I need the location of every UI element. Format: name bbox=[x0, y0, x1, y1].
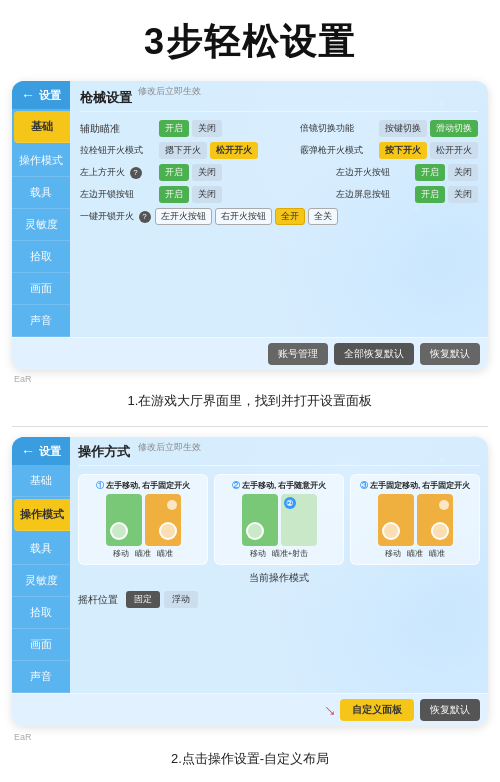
sidebar-item-operation-2[interactable]: 操作模式 bbox=[14, 499, 70, 531]
panel-2: ✦ ✦ ✦ ← 设置 基础 操作模式 载具 灵敏度 拾取 bbox=[12, 437, 488, 726]
back-arrow-icon[interactable]: ← bbox=[21, 87, 35, 103]
info-icon-2: ? bbox=[139, 211, 151, 223]
sidebar-header-1[interactable]: ← 设置 bbox=[12, 81, 70, 109]
sidebar-item-display-2[interactable]: 画面 bbox=[12, 629, 70, 661]
info-icon-1: ? bbox=[130, 167, 142, 179]
label-left-breath: 左边屏息按钮 bbox=[336, 188, 411, 201]
sidebar-title-1: 设置 bbox=[39, 88, 61, 103]
phone-mock-1-right bbox=[145, 494, 181, 546]
btn-restore-2[interactable]: 恢复默认 bbox=[420, 699, 480, 721]
btn-account[interactable]: 账号管理 bbox=[268, 343, 328, 365]
page-title: 3步轻松设置 bbox=[0, 0, 500, 81]
toggle-left-unlock: 开启 关闭 bbox=[159, 186, 222, 203]
btn-bolt-press[interactable]: 摁下开火 bbox=[159, 142, 207, 159]
mode-cards: ① 左手移动, 右手固定开火 移动 瞄准 bbox=[78, 474, 480, 565]
mode-3-body bbox=[355, 494, 475, 546]
back-arrow-2-icon[interactable]: ← bbox=[21, 443, 35, 459]
phone-mock-2-left bbox=[242, 494, 278, 546]
btn-upper-left-on[interactable]: 开启 bbox=[159, 164, 189, 181]
settings-row-4: 左边开锁按钮 开启 关闭 左边屏息按钮 开启 关闭 bbox=[80, 186, 478, 203]
toggle-scope-switch: 按键切换 滑动切换 bbox=[379, 120, 478, 137]
onekey-row: 一键开锁开火 ? 左开火按钮 右开火按钮 全开 全关 bbox=[80, 208, 478, 225]
sidebar-item-operation-1[interactable]: 操作模式 bbox=[12, 145, 70, 177]
sidebar-item-basics-2[interactable]: 基础 bbox=[12, 465, 70, 497]
mode-card-1[interactable]: ① 左手移动, 右手固定开火 移动 瞄准 bbox=[78, 474, 208, 565]
col-left-breath: 左边屏息按钮 开启 关闭 bbox=[281, 186, 478, 203]
main-content-1: 修改后立即生效 枪械设置 辅助瞄准 开启 关闭 倍镜切换功能 按键切换 滑动切换 bbox=[70, 81, 488, 337]
toggle-left-fire-btn: 开启 关闭 bbox=[415, 164, 478, 181]
btn-onekey-all-off[interactable]: 全关 bbox=[308, 208, 338, 225]
toggle-onekey: 左开火按钮 右开火按钮 全开 全关 bbox=[155, 208, 338, 225]
btn-assist-aim-off[interactable]: 关闭 bbox=[192, 120, 222, 137]
btn-restore-all[interactable]: 全部恢复默认 bbox=[334, 343, 414, 365]
btn-customize[interactable]: 自定义面板 bbox=[340, 699, 414, 721]
shoot-btn-3 bbox=[439, 500, 449, 510]
label-assist-aim: 辅助瞄准 bbox=[80, 122, 155, 136]
sidebar-item-sound-1[interactable]: 声音 bbox=[12, 305, 70, 337]
toggle-shotgun: 按下开火 松开开火 bbox=[379, 142, 478, 159]
step1-caption: 1.在游戏大厅界面里，找到并打开设置面板 bbox=[0, 384, 500, 424]
btn-left-fire-off[interactable]: 关闭 bbox=[448, 164, 478, 181]
step2-caption: 2.点击操作设置-自定义布局 bbox=[0, 742, 500, 782]
phone-mock-1-left bbox=[106, 494, 142, 546]
sidebar-item-sensitivity-2[interactable]: 灵敏度 bbox=[12, 565, 70, 597]
joystick-row: 摇杆位置 固定 浮动 bbox=[78, 591, 480, 608]
btn-shotgun-press[interactable]: 按下开火 bbox=[379, 142, 427, 159]
btn-scope-key[interactable]: 按键切换 bbox=[379, 120, 427, 137]
btn-left-unlock-on[interactable]: 开启 bbox=[159, 186, 189, 203]
joystick-3-left bbox=[382, 522, 400, 540]
btn-left-breath-off[interactable]: 关闭 bbox=[448, 186, 478, 203]
btn-left-breath-on[interactable]: 开启 bbox=[415, 186, 445, 203]
btn-left-fire-on[interactable]: 开启 bbox=[415, 164, 445, 181]
sidebar-item-pickup-2[interactable]: 拾取 bbox=[12, 597, 70, 629]
btn-onekey-left[interactable]: 左开火按钮 bbox=[155, 208, 212, 225]
btn-joystick-float[interactable]: 浮动 bbox=[164, 591, 198, 608]
settings-row-3: 左上方开火 ? 开启 关闭 左边开火按钮 开启 关闭 bbox=[80, 164, 478, 181]
btn-scope-slide[interactable]: 滑动切换 bbox=[430, 120, 478, 137]
joystick-2-left bbox=[246, 522, 264, 540]
btn-left-unlock-off[interactable]: 关闭 bbox=[192, 186, 222, 203]
panel-1: ✦ ✦ ✦ ✦ ← 设置 基础 操作模式 载具 灵敏度 拾取 bbox=[12, 81, 488, 370]
col-bolt: 拉栓钮开火模式 摁下开火 松开开火 bbox=[80, 142, 277, 159]
phone-mock-3-left bbox=[378, 494, 414, 546]
settings-row-2: 拉栓钮开火模式 摁下开火 松开开火 霰弹枪开火模式 按下开火 松开开火 bbox=[80, 142, 478, 159]
mode-2-title: ② 左手移动, 右手随意开火 bbox=[232, 480, 327, 491]
btn-bolt-release[interactable]: 松开开火 bbox=[210, 142, 258, 159]
toggle-upper-left-fire: 开启 关闭 bbox=[159, 164, 222, 181]
mode-2-body: ② bbox=[219, 494, 339, 546]
sidebar-item-vehicle-2[interactable]: 载具 bbox=[12, 533, 70, 565]
sidebar-item-sound-2[interactable]: 声音 bbox=[12, 661, 70, 693]
main-content-2: 修改后立即生效 操作方式 ① 左手移动, 右手固定开火 bbox=[70, 437, 488, 693]
sidebar-item-sensitivity-1[interactable]: 灵敏度 bbox=[12, 209, 70, 241]
mode-1-labels: 移动 瞄准 瞄准 bbox=[113, 549, 173, 559]
sidebar-item-display-1[interactable]: 画面 bbox=[12, 273, 70, 305]
mode-card-2[interactable]: ② 左手移动, 右手随意开火 ② 移动 瞄准+射击 bbox=[214, 474, 344, 565]
btn-upper-left-off[interactable]: 关闭 bbox=[192, 164, 222, 181]
label-upper-left-fire: 左上方开火 ? bbox=[80, 166, 155, 179]
action-bar-1: 账号管理 全部恢复默认 恢复默认 bbox=[12, 337, 488, 370]
sidebar-item-vehicle-1[interactable]: 载具 bbox=[12, 177, 70, 209]
sidebar-header-2[interactable]: ← 设置 bbox=[12, 437, 70, 465]
col-assist-aim: 辅助瞄准 开启 关闭 bbox=[80, 120, 277, 137]
joystick-1-left bbox=[110, 522, 128, 540]
current-mode-label: 当前操作模式 bbox=[78, 571, 480, 585]
mode-card-3[interactable]: ③ 左手固定移动, 右手固定开火 移动 瞄准 bbox=[350, 474, 480, 565]
btn-restore-1[interactable]: 恢复默认 bbox=[420, 343, 480, 365]
col-upper-left-fire: 左上方开火 ? 开启 关闭 bbox=[80, 164, 277, 181]
label-scope-switch: 倍镜切换功能 bbox=[300, 122, 375, 135]
joystick-label: 摇杆位置 bbox=[78, 593, 118, 607]
btn-shotgun-release[interactable]: 松开开火 bbox=[430, 142, 478, 159]
btn-onekey-all-on[interactable]: 全开 bbox=[275, 208, 305, 225]
btn-onekey-right[interactable]: 右开火按钮 bbox=[215, 208, 272, 225]
mode-2-labels: 移动 瞄准+射击 bbox=[250, 549, 308, 559]
sidebar-item-pickup-1[interactable]: 拾取 bbox=[12, 241, 70, 273]
btn-assist-aim-on[interactable]: 开启 bbox=[159, 120, 189, 137]
toggle-left-breath: 开启 关闭 bbox=[415, 186, 478, 203]
modify-note-2: 修改后立即生效 bbox=[138, 441, 201, 454]
label-bolt: 拉栓钮开火模式 bbox=[80, 144, 155, 157]
modify-note-1: 修改后立即生效 bbox=[138, 85, 201, 98]
col-left-fire-btn: 左边开火按钮 开启 关闭 bbox=[281, 164, 478, 181]
sidebar-item-basics-1[interactable]: 基础 bbox=[14, 111, 70, 143]
sidebar-1: ← 设置 基础 操作模式 载具 灵敏度 拾取 画面 声音 bbox=[12, 81, 70, 337]
btn-joystick-fixed[interactable]: 固定 bbox=[126, 591, 160, 608]
